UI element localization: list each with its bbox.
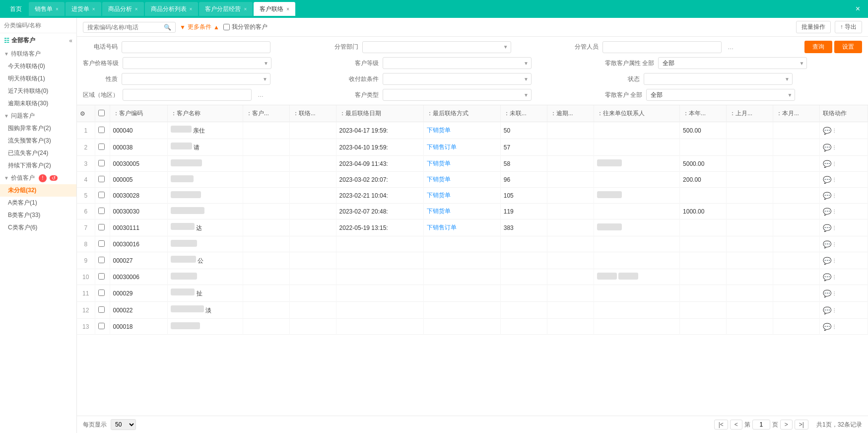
- cell-checkbox[interactable]: [95, 204, 110, 219]
- cell-checkbox[interactable]: [95, 139, 110, 156]
- row-checkbox[interactable]: [98, 160, 105, 166]
- sidebar-collapse-icon[interactable]: «: [69, 37, 72, 44]
- chat-icon[interactable]: 💬: [823, 257, 831, 265]
- reset-button[interactable]: 设置: [834, 41, 862, 53]
- sidebar-group-pending[interactable]: ▼ 待联络客户: [0, 48, 76, 60]
- nav-tab-sales[interactable]: 销售单 ×: [29, 2, 65, 16]
- row-checkbox[interactable]: [98, 257, 105, 263]
- page-last-button[interactable]: >|: [795, 420, 808, 430]
- row-checkbox[interactable]: [98, 306, 105, 313]
- all-customers-header[interactable]: ☷ 全部客户 «: [0, 33, 76, 48]
- more-action-icon[interactable]: ⁝: [833, 306, 835, 314]
- last-way-link[interactable]: 下销货单: [427, 176, 451, 183]
- cell-checkbox[interactable]: [95, 252, 110, 269]
- more-action-icon[interactable]: ⁝: [833, 176, 835, 184]
- cell-checkbox[interactable]: [95, 319, 110, 335]
- col-header-this-year[interactable]: ：本年...: [680, 105, 727, 122]
- more-action-icon[interactable]: ⁝: [833, 257, 835, 265]
- col-header-checkbox[interactable]: [95, 105, 110, 122]
- last-way-link[interactable]: 下销货单: [427, 192, 451, 199]
- row-checkbox[interactable]: [98, 323, 105, 329]
- phone-input[interactable]: [122, 41, 270, 53]
- last-way-link[interactable]: 下销货单: [427, 208, 451, 215]
- last-way-link[interactable]: 下销售订单: [427, 224, 457, 231]
- nature-select[interactable]: [122, 73, 270, 85]
- export-button[interactable]: ↑ 导出: [835, 21, 862, 33]
- sidebar-item-ungroup[interactable]: 未分组(32): [0, 184, 76, 197]
- window-close-button[interactable]: ×: [852, 4, 864, 13]
- col-header-settings[interactable]: ⚙: [77, 105, 95, 122]
- query-button[interactable]: 查询: [804, 41, 832, 53]
- chat-icon[interactable]: 💬: [823, 306, 831, 314]
- person-more-icon[interactable]: …: [726, 44, 735, 51]
- nav-tab-customer-segment-close[interactable]: ×: [244, 6, 247, 12]
- last-way-link[interactable]: 下销货单: [427, 160, 451, 167]
- more-action-icon[interactable]: ⁝: [833, 273, 835, 281]
- row-checkbox[interactable]: [98, 289, 105, 296]
- sidebar-item-week-pending[interactable]: 近7天待联络(0): [0, 85, 76, 97]
- nav-tab-purchase-close[interactable]: ×: [92, 6, 95, 12]
- more-action-icon[interactable]: ⁝: [833, 144, 835, 151]
- nav-tab-analysis-close[interactable]: ×: [135, 6, 138, 12]
- row-checkbox[interactable]: [98, 224, 105, 230]
- nav-tab-analysis[interactable]: 商品分析 ×: [102, 2, 144, 16]
- cell-checkbox[interactable]: [95, 302, 110, 319]
- sidebar-item-tomorrow-pending[interactable]: 明天待联络(1): [0, 72, 76, 85]
- chat-icon[interactable]: 💬: [823, 240, 831, 248]
- chat-icon[interactable]: 💬: [823, 144, 831, 151]
- sidebar-item-class-c[interactable]: C类客户(6): [0, 221, 76, 234]
- my-customers-checkbox[interactable]: 我分管的客户: [223, 23, 267, 31]
- dept-select[interactable]: [362, 41, 511, 53]
- sidebar-group-problem[interactable]: ▼ 问题客户: [0, 110, 76, 122]
- price-level-select[interactable]: [123, 57, 271, 69]
- nav-tab-analysis-list-close[interactable]: ×: [190, 6, 193, 12]
- search-input[interactable]: [87, 24, 162, 31]
- nav-tab-customer-segment[interactable]: 客户分层经营 ×: [199, 2, 253, 16]
- region-more-icon[interactable]: …: [256, 91, 266, 98]
- cell-checkbox[interactable]: [95, 269, 110, 285]
- cell-checkbox[interactable]: [95, 156, 110, 172]
- more-action-icon[interactable]: ⁝: [833, 160, 835, 168]
- sidebar-group-value[interactable]: ▼ 价值客户 ! ↺: [0, 172, 76, 184]
- more-action-icon[interactable]: ⁝: [833, 240, 835, 248]
- row-checkbox[interactable]: [98, 192, 105, 198]
- chat-icon[interactable]: 💬: [823, 192, 831, 200]
- col-header-type[interactable]: ：客户...: [243, 105, 289, 122]
- more-action-icon[interactable]: ⁝: [833, 208, 835, 216]
- cell-checkbox[interactable]: [95, 236, 110, 252]
- col-header-contact[interactable]: ：联络...: [289, 105, 336, 122]
- last-way-link[interactable]: 下销货单: [427, 127, 451, 134]
- nav-tab-sales-close[interactable]: ×: [56, 6, 59, 12]
- region-input[interactable]: [123, 89, 252, 101]
- more-action-icon[interactable]: ⁝: [833, 192, 835, 200]
- chat-icon[interactable]: 💬: [823, 224, 831, 232]
- chat-icon[interactable]: 💬: [823, 160, 831, 168]
- select-all-checkbox[interactable]: [98, 110, 105, 116]
- col-header-last-way[interactable]: ：最后联络方式: [424, 105, 500, 122]
- page-number-input[interactable]: [752, 420, 770, 430]
- col-header-name[interactable]: ：客户名称: [167, 105, 243, 122]
- chat-icon[interactable]: 💬: [823, 127, 831, 135]
- settings-icon[interactable]: ⚙: [80, 110, 85, 117]
- batch-operation-button[interactable]: 批量操作: [796, 21, 831, 33]
- nav-tab-customer-contact[interactable]: 客户联络 ×: [254, 2, 295, 16]
- row-checkbox[interactable]: [98, 144, 105, 150]
- page-prev-button[interactable]: <: [730, 420, 742, 430]
- chat-icon[interactable]: 💬: [823, 176, 831, 184]
- page-first-button[interactable]: |<: [714, 420, 728, 430]
- sidebar-item-churned[interactable]: 已流失客户(24): [0, 147, 76, 159]
- chat-icon[interactable]: 💬: [823, 323, 831, 331]
- sidebar-item-class-a[interactable]: A类客户(1): [0, 197, 76, 209]
- person-input[interactable]: [602, 41, 722, 53]
- sidebar-item-declining[interactable]: 持续下滑客户(2): [0, 159, 76, 172]
- more-action-icon[interactable]: ⁝: [833, 289, 835, 297]
- nav-home-tab[interactable]: 首页: [4, 2, 28, 16]
- cell-checkbox[interactable]: [95, 172, 110, 188]
- nav-tab-purchase[interactable]: 进货单 ×: [66, 2, 101, 16]
- col-header-last-date[interactable]: ：最后联络日期: [336, 105, 424, 122]
- customer-level-select[interactable]: [383, 57, 532, 69]
- cell-checkbox[interactable]: [95, 122, 110, 139]
- row-checkbox[interactable]: [98, 273, 105, 280]
- row-checkbox[interactable]: [98, 176, 105, 182]
- sidebar-item-today-pending[interactable]: 今天待联络(0): [0, 60, 76, 72]
